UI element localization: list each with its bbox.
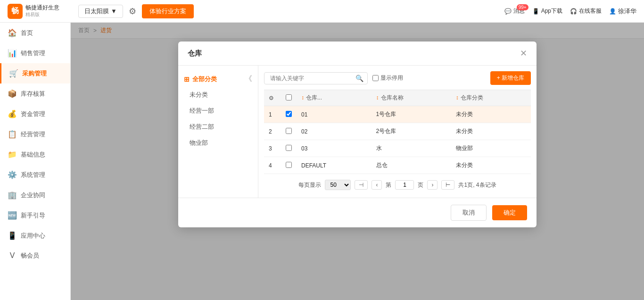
header-right: 💬 消息 99+ 📱 App下载 🎧 在线客服 👤 徐泽华 — [504, 7, 636, 16]
store-selector[interactable]: 日太阳膜 ▼ — [78, 5, 123, 18]
sidebar-label-home: 首页 — [21, 29, 33, 37]
confirm-button[interactable]: 确定 — [492, 205, 527, 220]
search-input[interactable] — [268, 73, 355, 84]
sidebar-label-member: 畅会员 — [21, 251, 39, 260]
sidebar-label-guide: 新手引导 — [21, 211, 45, 220]
nav-icon-purchase: 🛒 — [9, 69, 18, 78]
per-page-select[interactable]: 50 100 200 — [325, 180, 351, 190]
row-category: 未分类 — [451, 157, 531, 174]
sidebar-item-finance[interactable]: 💰资金管理 — [0, 104, 70, 124]
sidebar-item-apps[interactable]: 📱应用中心 — [0, 225, 70, 246]
warehouse-modal: 仓库 ✕ ⊞ 全部分类 《 未分类经营一部经营二部物业部 — [178, 42, 537, 227]
nav-icon-member: V — [8, 251, 17, 260]
modal-body: ⊞ 全部分类 《 未分类经营一部经营二部物业部 🔍 — [178, 66, 537, 198]
table-body: 1 01 1号仓库 未分类 2 02 2号仓库 未分类 3 03 水 物业部 4… — [264, 106, 531, 174]
table-row[interactable]: 4 DEFAULT 总仓 未分类 — [264, 157, 531, 174]
row-code: 02 — [297, 123, 372, 140]
sidebar-item-member[interactable]: V畅会员 — [0, 246, 70, 266]
sidebar-item-home[interactable]: 🏠首页 — [0, 23, 70, 43]
table-row[interactable]: 2 02 2号仓库 未分类 — [264, 123, 531, 140]
row-checkbox[interactable] — [281, 157, 297, 174]
prev-page-button[interactable]: ‹ — [372, 180, 382, 190]
sidebar-item-inventory[interactable]: 📦库存核算 — [0, 83, 70, 104]
customer-service-area[interactable]: 🎧 在线客服 — [570, 7, 602, 15]
show-disabled-checkbox-label[interactable]: 显示停用 — [372, 74, 403, 82]
sidebar-label-enterprise: 企业协同 — [21, 191, 45, 200]
sidebar-item-operations[interactable]: 📋经营管理 — [0, 124, 70, 144]
modal-title: 仓库 — [188, 49, 202, 58]
sidebar-nav: 🏠首页📊销售管理🛒采购管理📦库存核算💰资金管理📋经营管理📁基础信息⚙️系统管理🏢… — [0, 23, 70, 266]
logo-name: 畅捷通好生意 — [25, 4, 59, 12]
row-select-checkbox[interactable] — [286, 111, 292, 117]
sidebar-label-apps: 应用中心 — [21, 232, 45, 240]
category-item-ops2[interactable]: 经营二部 — [178, 119, 258, 135]
message-area[interactable]: 💬 消息 99+ — [504, 7, 525, 15]
table-toolbar: 🔍 显示停用 + 新增仓库 — [264, 71, 531, 85]
sidebar-item-basic[interactable]: 📁基础信息 — [0, 144, 70, 165]
sidebar-item-guide[interactable]: 🆕新手引导 — [0, 205, 70, 225]
table-row[interactable]: 1 01 1号仓库 未分类 — [264, 106, 531, 123]
app-download-area[interactable]: 📱 App下载 — [532, 7, 562, 15]
row-checkbox[interactable] — [281, 106, 297, 123]
logo-area: 畅 畅捷通好生意 精易版 — [8, 4, 78, 19]
row-select-checkbox[interactable] — [286, 162, 292, 168]
sidebar: 🏠首页📊销售管理🛒采购管理📦库存核算💰资金管理📋经营管理📁基础信息⚙️系统管理🏢… — [0, 23, 71, 300]
user-area[interactable]: 👤 徐泽华 — [609, 7, 636, 16]
top-header: 畅 畅捷通好生意 精易版 日太阳膜 ▼ ⚙ 体验行业方案 💬 消息 99+ 📱 … — [0, 0, 644, 23]
search-box: 🔍 — [264, 72, 368, 84]
first-page-button[interactable]: ⊣ — [355, 180, 368, 190]
sidebar-item-system[interactable]: ⚙️系统管理 — [0, 165, 70, 185]
row-category: 未分类 — [451, 123, 531, 140]
row-code: 01 — [297, 106, 372, 123]
settings-column-header: ⚙ — [264, 90, 281, 106]
user-avatar: 👤 — [609, 8, 616, 15]
all-category-btn[interactable]: ⊞ 全部分类 — [184, 75, 217, 83]
row-num: 4 — [264, 157, 281, 174]
category-header: ⊞ 全部分类 《 — [178, 71, 258, 87]
category-item-ops1[interactable]: 经营一部 — [178, 103, 258, 119]
row-code: 03 — [297, 140, 372, 157]
header-center: 日太阳膜 ▼ ⚙ 体验行业方案 — [78, 4, 504, 18]
nav-icon-finance: 💰 — [8, 109, 17, 118]
row-checkbox[interactable] — [281, 123, 297, 140]
next-page-button[interactable]: › — [427, 180, 438, 190]
nav-icon-home: 🏠 — [8, 28, 17, 37]
modal-close-button[interactable]: ✕ — [520, 48, 527, 58]
per-page-label: 每页显示 — [298, 181, 321, 189]
row-name: 1号仓库 — [372, 106, 451, 123]
category-item-unclassified[interactable]: 未分类 — [178, 87, 258, 103]
nav-icon-system: ⚙️ — [8, 170, 17, 179]
user-name: 徐泽华 — [618, 7, 636, 16]
row-name: 水 — [372, 140, 451, 157]
nav-icon-basic: 📁 — [8, 150, 17, 159]
settings-icon[interactable]: ⚙ — [129, 6, 136, 17]
table-row[interactable]: 3 03 水 物业部 — [264, 140, 531, 157]
last-page-button[interactable]: ⊢ — [441, 180, 454, 190]
show-disabled-checkbox[interactable] — [372, 75, 379, 81]
select-all-checkbox[interactable] — [286, 94, 292, 100]
row-checkbox[interactable] — [281, 140, 297, 157]
try-industry-button[interactable]: 体验行业方案 — [142, 4, 194, 18]
checkbox-column-header — [281, 90, 297, 106]
sidebar-label-purchase: 采购管理 — [22, 69, 47, 78]
message-icon: 💬 — [504, 8, 512, 15]
message-badge: 99+ — [517, 4, 528, 10]
sidebar-item-purchase[interactable]: 🛒采购管理 — [0, 63, 70, 83]
row-select-checkbox[interactable] — [286, 128, 292, 134]
sidebar-label-basic: 基础信息 — [21, 150, 45, 159]
row-select-checkbox[interactable] — [286, 145, 292, 151]
sidebar-label-system: 系统管理 — [21, 171, 45, 179]
collapse-category-button[interactable]: 《 — [245, 74, 252, 84]
sidebar-item-sales[interactable]: 📊销售管理 — [0, 43, 70, 63]
add-warehouse-button[interactable]: + 新增仓库 — [490, 71, 531, 85]
sidebar-label-operations: 经营管理 — [21, 130, 45, 139]
table-panel: 🔍 显示停用 + 新增仓库 ⚙ — [258, 66, 537, 198]
category-item-property[interactable]: 物业部 — [178, 135, 258, 151]
modal-header: 仓库 ✕ — [178, 42, 537, 66]
page-number-input[interactable] — [395, 180, 414, 190]
sidebar-label-inventory: 库存核算 — [21, 90, 45, 98]
sidebar-item-enterprise[interactable]: 🏢企业协同 — [0, 185, 70, 205]
row-category: 未分类 — [451, 106, 531, 123]
cancel-button[interactable]: 取消 — [451, 205, 487, 221]
search-icon[interactable]: 🔍 — [355, 75, 363, 82]
